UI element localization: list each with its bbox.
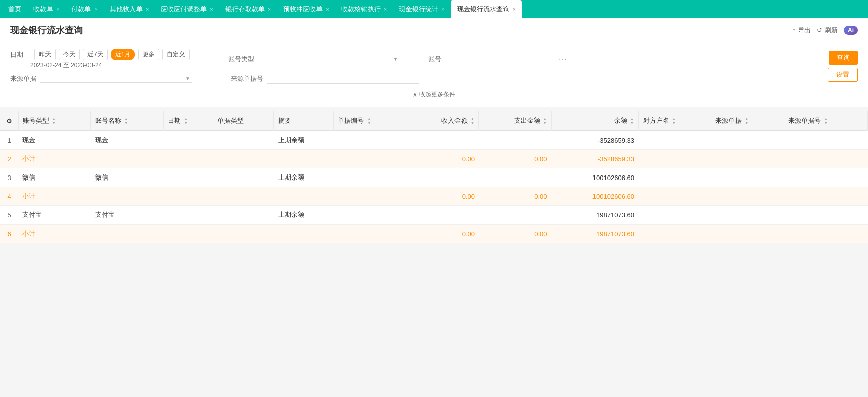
more-options-icon[interactable]: ··· [558, 55, 567, 64]
nav-home[interactable]: 首页 [2, 0, 27, 18]
row-account-name: 微信 [91, 168, 164, 187]
row-account-type: 微信 [18, 168, 91, 187]
th-income[interactable]: 收入金额 ▲▼ [406, 111, 479, 131]
row-number: 1 [0, 131, 18, 150]
nav-other-income[interactable]: 其他收入单 × [104, 0, 155, 18]
date-btn-more[interactable]: 更多 [138, 49, 159, 60]
row-number: 4 [0, 187, 18, 206]
row-counterpart [638, 131, 711, 150]
nav-prepayment[interactable]: 预收冲应收单 × [277, 0, 335, 18]
table-row: 4 小计 0.00 0.00 100102606.60 [0, 187, 868, 206]
row-source-doc [711, 206, 784, 225]
close-icon[interactable]: × [146, 6, 149, 12]
row-source-doc [711, 150, 784, 168]
th-balance[interactable]: 余额 ▲▼ [552, 111, 638, 131]
row-balance: 100102606.60 [552, 168, 638, 187]
date-btn-custom[interactable]: 自定义 [162, 49, 190, 60]
row-number: 3 [0, 168, 18, 187]
chevron-down-icon: ▼ [185, 76, 190, 81]
nav-adjustment[interactable]: 应收应付调整单 × [155, 0, 219, 18]
row-date [163, 187, 213, 206]
row-source-doc-no [784, 225, 867, 243]
row-doc-no [334, 187, 406, 206]
row-date [163, 150, 213, 168]
sort-icon: ▲▼ [367, 117, 371, 125]
collapse-icon: ∧ [413, 91, 417, 98]
filter-area: 日期 昨天 今天 近7天 近1月 更多 自定义 2023-02-24 至 202… [0, 42, 868, 107]
th-doc-type[interactable]: 单据类型 [213, 111, 274, 131]
export-button[interactable]: ↑ 导出 [793, 26, 811, 35]
refresh-icon: ↺ [817, 26, 823, 34]
row-summary [274, 225, 334, 243]
nav-cash-stats[interactable]: 现金银行统计 × [393, 0, 450, 18]
close-icon[interactable]: × [56, 6, 59, 12]
close-icon[interactable]: × [441, 6, 444, 12]
date-btn-today[interactable]: 今天 [59, 49, 80, 60]
header-actions: ↑ 导出 ↺ 刷新 Ai [793, 26, 858, 35]
th-gear[interactable]: ⚙ [0, 111, 18, 131]
row-account-name [91, 150, 164, 168]
nav-bank-deposit[interactable]: 银行存取款单 × [219, 0, 277, 18]
source-doc-select[interactable]: ▼ [40, 75, 192, 83]
row-summary: 上期余额 [274, 168, 334, 187]
date-btn-1month[interactable]: 近1月 [111, 49, 135, 60]
settings-button[interactable]: 设置 [828, 68, 858, 82]
ai-badge: Ai [844, 26, 858, 35]
account-input[interactable] [452, 54, 554, 64]
nav-receipt[interactable]: 收款单 × [27, 0, 65, 18]
row-income [406, 206, 479, 225]
close-icon[interactable]: × [210, 6, 213, 12]
close-icon[interactable]: × [268, 6, 271, 12]
th-counterpart[interactable]: 对方户名 ▲▼ [638, 111, 711, 131]
row-balance: -3528659.33 [552, 150, 638, 168]
source-doc-label: 来源单据 [10, 74, 36, 83]
data-table: ⚙ 账号类型 ▲▼ 账号名称 ▲▼ 日期 ▲▼ 单据类型 摘要 [0, 111, 868, 243]
date-btn-7days[interactable]: 近7天 [83, 49, 108, 60]
source-doc-no-label: 来源单据号 [231, 74, 263, 83]
row-income [406, 131, 479, 150]
close-icon[interactable]: × [326, 6, 329, 12]
account-type-label: 账号类型 [228, 55, 254, 64]
row-date [163, 225, 213, 243]
refresh-button[interactable]: ↺ 刷新 [817, 26, 838, 35]
nav-collection[interactable]: 收款核销执行 × [335, 0, 393, 18]
close-icon[interactable]: × [513, 6, 516, 12]
row-source-doc-no [784, 187, 867, 206]
nav-payment[interactable]: 付款单 × [65, 0, 103, 18]
th-expense[interactable]: 支出金额 ▲▼ [479, 111, 552, 131]
close-icon[interactable]: × [94, 6, 97, 12]
filter-row-1: 日期 昨天 今天 近7天 近1月 更多 自定义 2023-02-24 至 202… [10, 49, 817, 70]
table-row: 5 支付宝 支付宝 上期余额 19871073.60 [0, 206, 868, 225]
filter-right-buttons: 查询 设置 [828, 49, 858, 82]
date-btn-yesterday[interactable]: 昨天 [34, 49, 56, 60]
source-doc-no-input[interactable] [267, 74, 419, 84]
row-doc-type [213, 225, 274, 243]
date-options: 昨天 今天 近7天 近1月 更多 自定义 [34, 49, 190, 60]
top-navigation: 首页 收款单 × 付款单 × 其他收入单 × 应收应付调整单 × 银行存取款单 … [0, 0, 868, 18]
th-account-name[interactable]: 账号名称 ▲▼ [91, 111, 164, 131]
row-doc-type [213, 206, 274, 225]
row-number: 2 [0, 150, 18, 168]
row-account-name [91, 187, 164, 206]
filter-row-2: 来源单据 ▼ 来源单据号 [10, 74, 817, 84]
page-header: 现金银行流水查询 ↑ 导出 ↺ 刷新 Ai [0, 18, 868, 42]
th-source-doc-no[interactable]: 来源单据号 ▲▼ [784, 111, 867, 131]
nav-cash-flow[interactable]: 现金银行流水查询 × [451, 0, 522, 18]
row-source-doc-no [784, 131, 867, 150]
query-button[interactable]: 查询 [829, 51, 858, 65]
th-source-doc[interactable]: 来源单据 ▲▼ [711, 111, 784, 131]
row-doc-no [334, 168, 406, 187]
collapse-bar[interactable]: ∧ 收起更多条件 [10, 88, 858, 101]
th-summary[interactable]: 摘要 [274, 111, 334, 131]
row-expense: 0.00 [479, 187, 552, 206]
table-body: 1 现金 现金 上期余额 -3528659.33 2 小计 0.00 0.00 … [0, 131, 868, 243]
row-doc-type [213, 131, 274, 150]
th-doc-no[interactable]: 单据编号 ▲▼ [334, 111, 406, 131]
th-account-type[interactable]: 账号类型 ▲▼ [18, 111, 91, 131]
row-income [406, 168, 479, 187]
account-type-select[interactable]: ▼ [258, 55, 400, 63]
export-icon: ↑ [793, 26, 796, 34]
close-icon[interactable]: × [384, 6, 387, 12]
page-title: 现金银行流水查询 [10, 24, 83, 36]
th-date[interactable]: 日期 ▲▼ [163, 111, 213, 131]
